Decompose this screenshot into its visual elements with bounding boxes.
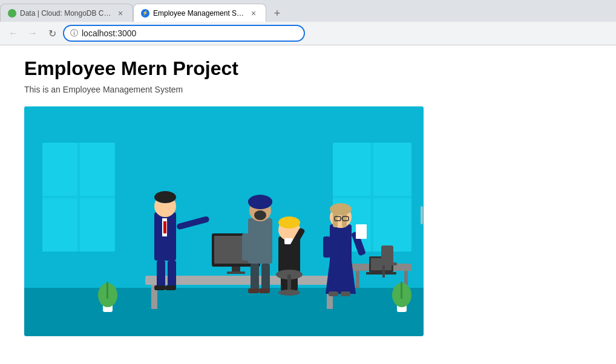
page-title: Employee Mern Project — [24, 57, 592, 80]
reload-button[interactable]: ↻ — [44, 25, 61, 42]
tab-mongodb-label: Data | Cloud: MongoDB Cloud — [20, 9, 112, 18]
svg-rect-49 — [248, 218, 272, 264]
svg-rect-52 — [248, 198, 272, 204]
back-button[interactable]: ← — [5, 25, 22, 42]
svg-rect-73 — [333, 209, 338, 227]
svg-rect-57 — [248, 288, 259, 293]
svg-rect-13 — [373, 198, 411, 252]
tab-mongodb-close[interactable]: × — [116, 8, 125, 18]
svg-rect-45 — [157, 261, 165, 288]
svg-rect-55 — [251, 264, 259, 291]
tab-employee-label: Employee Management System — [153, 9, 245, 18]
svg-rect-80 — [323, 236, 330, 258]
mongodb-tab-icon — [8, 9, 16, 18]
svg-rect-37 — [232, 267, 240, 271]
svg-rect-38 — [227, 271, 245, 274]
office-illustration — [24, 106, 424, 336]
svg-rect-56 — [261, 264, 270, 291]
illustration-container — [24, 106, 424, 336]
address-bar-row: ← → ↻ ⓘ localhost:3000 — [0, 22, 616, 45]
svg-rect-15 — [356, 271, 359, 288]
svg-rect-47 — [154, 285, 165, 290]
tab-employee-close[interactable]: × — [249, 8, 258, 18]
svg-rect-31 — [106, 282, 108, 299]
svg-rect-22 — [382, 265, 385, 278]
tab-employee[interactable]: ⚡ Employee Management System × — [133, 4, 266, 22]
svg-point-41 — [154, 191, 176, 203]
svg-rect-82 — [341, 291, 350, 296]
svg-rect-19 — [366, 272, 396, 275]
new-tab-button[interactable]: + — [269, 5, 286, 22]
svg-rect-46 — [168, 261, 176, 288]
svg-rect-44 — [163, 221, 166, 233]
svg-rect-5 — [42, 143, 77, 196]
svg-point-61 — [278, 216, 300, 229]
address-bar[interactable]: ⓘ localhost:3000 — [63, 25, 305, 42]
forward-button[interactable]: → — [24, 25, 41, 42]
svg-rect-8 — [80, 198, 115, 252]
svg-rect-6 — [80, 143, 115, 196]
svg-rect-83 — [421, 206, 423, 224]
svg-rect-10 — [333, 143, 371, 196]
svg-rect-68 — [287, 275, 291, 291]
svg-rect-54 — [242, 233, 251, 261]
svg-rect-21 — [378, 262, 397, 265]
address-text: localhost:3000 — [82, 28, 136, 38]
svg-rect-7 — [42, 198, 77, 252]
tab-bar: Data | Cloud: MongoDB Cloud × ⚡ Employee… — [0, 0, 616, 22]
page-subtitle: This is an Employee Management System — [24, 85, 592, 94]
emp-tab-icon: ⚡ — [141, 9, 149, 18]
svg-point-69 — [278, 290, 300, 296]
page-content: Employee Mern Project This is an Employe… — [0, 45, 616, 348]
svg-rect-11 — [373, 143, 411, 196]
svg-rect-58 — [259, 288, 270, 293]
secure-icon: ⓘ — [70, 28, 78, 39]
svg-rect-28 — [401, 282, 402, 299]
svg-point-53 — [254, 210, 266, 220]
svg-rect-48 — [165, 285, 176, 290]
svg-rect-79 — [356, 224, 367, 239]
browser-chrome: Data | Cloud: MongoDB Cloud × ⚡ Employee… — [0, 0, 616, 45]
tab-mongodb[interactable]: Data | Cloud: MongoDB Cloud × — [0, 4, 133, 22]
svg-rect-2 — [24, 288, 424, 336]
svg-rect-20 — [381, 245, 393, 264]
svg-rect-81 — [329, 291, 338, 296]
